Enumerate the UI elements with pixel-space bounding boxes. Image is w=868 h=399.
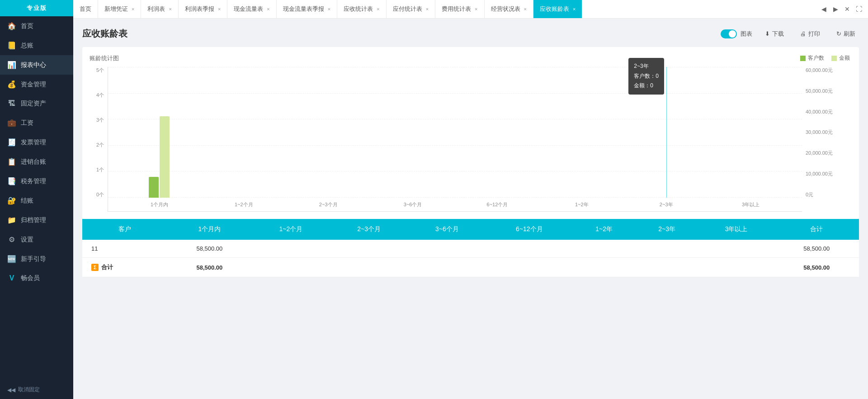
settings-icon: ⚙ <box>7 235 16 244</box>
tab-close-ar-stat[interactable]: × <box>377 6 379 12</box>
tab-ar-stat[interactable]: 应收统计表 × <box>337 0 386 18</box>
tab-close-ap-stat[interactable]: × <box>426 6 429 12</box>
cursor-line <box>666 67 667 198</box>
legend-amount-dot <box>831 56 837 61</box>
tab-cashflow[interactable]: 现金流量表 × <box>227 0 276 18</box>
print-btn[interactable]: 🖨 打印 <box>797 28 824 40</box>
tab-close-profit[interactable]: × <box>169 6 171 12</box>
tooltip-customers: 客户数：0 <box>634 71 659 81</box>
sidebar-item-settings[interactable]: ⚙ 设置 <box>0 230 73 249</box>
tab-profit[interactable]: 利润表 × <box>141 0 178 18</box>
tab-home[interactable]: 首页 <box>73 0 98 18</box>
unpin-footer[interactable]: ◀◀ 取消固定 <box>0 380 73 399</box>
tab-close-voucher[interactable]: × <box>132 6 134 12</box>
total-m36 <box>408 258 486 277</box>
sidebar-item-ledger[interactable]: 📒 总账 <box>0 36 73 55</box>
sidebar-label-salary: 工资 <box>21 119 33 127</box>
tab-ar-aging[interactable]: 应收账龄表 × <box>533 0 582 18</box>
tax-icon: 📑 <box>7 177 16 185</box>
bar-group-m1 <box>117 67 202 198</box>
y-right-40k: 40,000.00元 <box>806 109 833 115</box>
bar-group-y3plus <box>708 67 793 198</box>
y-axis-left: 5个 4个 3个 2个 1个 0个 <box>90 67 108 212</box>
tab-close-cashflow-q[interactable]: × <box>328 6 330 12</box>
sidebar-item-closing[interactable]: 🔐 结账 <box>0 191 73 210</box>
x-label-m12: 1~2个月 <box>202 198 286 211</box>
sidebar-item-archive[interactable]: 📁 归档管理 <box>0 210 73 230</box>
tab-next-btn[interactable]: ▶ <box>830 4 841 14</box>
total-icon: Σ <box>91 264 99 271</box>
sidebar-item-invoice[interactable]: 🧾 发票管理 <box>0 133 73 152</box>
total-m612 <box>486 258 572 277</box>
col-m1: 1个月内 <box>167 219 252 240</box>
tooltip-period: 2~3年 <box>634 62 659 71</box>
assets-icon: 🏗 <box>7 100 16 108</box>
bar-m1-green <box>149 177 159 198</box>
tab-prev-btn[interactable]: ◀ <box>818 4 829 14</box>
tab-fullscreen-btn[interactable]: ⛶ <box>854 4 864 14</box>
chart-toggle[interactable] <box>721 29 737 38</box>
tab-voucher[interactable]: 新增凭证 × <box>98 0 141 18</box>
sidebar-item-sales[interactable]: 📋 进销台账 <box>0 152 73 171</box>
sidebar-label-closing: 结账 <box>21 197 33 205</box>
row-m612 <box>486 240 572 258</box>
sidebar-item-reports[interactable]: 📊 报表中心 <box>0 55 73 75</box>
refresh-btn[interactable]: ↻ 刷新 <box>833 28 859 40</box>
tab-bar: 首页 新增凭证 × 利润表 × 利润表季报 × 现金流量表 × 现金流量表季报 … <box>73 0 868 19</box>
y-left-4: 4个 <box>96 92 104 99</box>
bar-group-m36 <box>371 67 455 198</box>
chart-drawing-area: 2~3年 客户数：0 金额：0 1个月内 1~2 <box>108 67 802 212</box>
download-icon: ⬇ <box>765 30 770 37</box>
y-right-60k: 60,000.00元 <box>806 67 833 74</box>
x-label-y12: 1~2年 <box>539 198 624 211</box>
download-label: 下载 <box>772 30 784 38</box>
y-axis-right: 60,000.00元 50,000.00元 40,000.00元 30,000.… <box>802 67 852 212</box>
total-y12 <box>573 258 636 277</box>
tab-profit-q[interactable]: 利润表季报 × <box>179 0 227 18</box>
tab-expense-stat[interactable]: 费用统计表 × <box>435 0 484 18</box>
total-label: 合计 <box>101 263 113 271</box>
sidebar-item-guide[interactable]: 🆕 新手引导 <box>0 249 73 269</box>
chart-title: 账龄统计图 <box>90 54 852 62</box>
sidebar-label-home: 首页 <box>21 22 33 30</box>
x-label-m36: 3~6个月 <box>371 198 455 211</box>
row-y12 <box>573 240 636 258</box>
tab-business-stat[interactable]: 经营状况表 × <box>485 0 533 18</box>
y-right-50k: 50,000.00元 <box>806 88 833 95</box>
sidebar-item-salary[interactable]: 💼 工资 <box>0 113 73 133</box>
chart-tooltip: 2~3年 客户数：0 金额：0 <box>628 58 664 95</box>
sidebar-label-archive: 归档管理 <box>21 216 46 224</box>
chart-toggle-wrap: 图表 <box>721 29 752 38</box>
funds-icon: 💰 <box>7 80 16 89</box>
sidebar-item-home[interactable]: 🏠 首页 <box>0 16 73 36</box>
total-m12 <box>252 258 330 277</box>
tab-close-all-btn[interactable]: ✕ <box>842 4 853 14</box>
tab-close-ar-aging[interactable]: × <box>573 6 576 12</box>
row-m12 <box>252 240 330 258</box>
tab-close-expense-stat[interactable]: × <box>475 6 477 12</box>
header-actions: 图表 ⬇ 下载 🖨 打印 ↻ 刷新 <box>721 28 859 40</box>
sidebar-item-tax[interactable]: 📑 税务管理 <box>0 171 73 191</box>
sidebar-label-funds: 资金管理 <box>21 81 46 89</box>
bars-area: 2~3年 客户数：0 金额：0 <box>108 67 802 198</box>
row-customer: 11 <box>82 240 167 258</box>
tab-cashflow-q[interactable]: 现金流量表季报 × <box>277 0 337 18</box>
sidebar-item-vip[interactable]: V 畅会员 <box>0 269 73 288</box>
sidebar-item-funds[interactable]: 💰 资金管理 <box>0 75 73 94</box>
y-right-20k: 20,000.00元 <box>806 150 833 157</box>
download-btn[interactable]: ⬇ 下载 <box>761 28 788 40</box>
tab-close-profit-q[interactable]: × <box>218 6 221 12</box>
sidebar-item-assets[interactable]: 🏗 固定资产 <box>0 94 73 113</box>
table-header-row: 客户 1个月内 1~2个月 2~3个月 3~6个月 6~12个月 1~2年 2~… <box>82 219 859 240</box>
row-y3plus <box>698 240 774 258</box>
tab-close-cashflow[interactable]: × <box>267 6 269 12</box>
x-label-y23: 2~3年 <box>624 198 708 211</box>
tab-close-business-stat[interactable]: × <box>524 6 527 12</box>
total-label-cell: Σ 合计 <box>82 258 167 277</box>
x-label-m612: 6~12个月 <box>455 198 540 211</box>
col-total: 合计 <box>774 219 859 240</box>
col-m23: 2~3个月 <box>330 219 408 240</box>
tab-ap-stat[interactable]: 应付统计表 × <box>387 0 435 18</box>
page-header: 应收账龄表 图表 ⬇ 下载 🖨 打印 ↻ 刷新 <box>82 28 859 40</box>
sidebar-label-ledger: 总账 <box>21 42 33 50</box>
